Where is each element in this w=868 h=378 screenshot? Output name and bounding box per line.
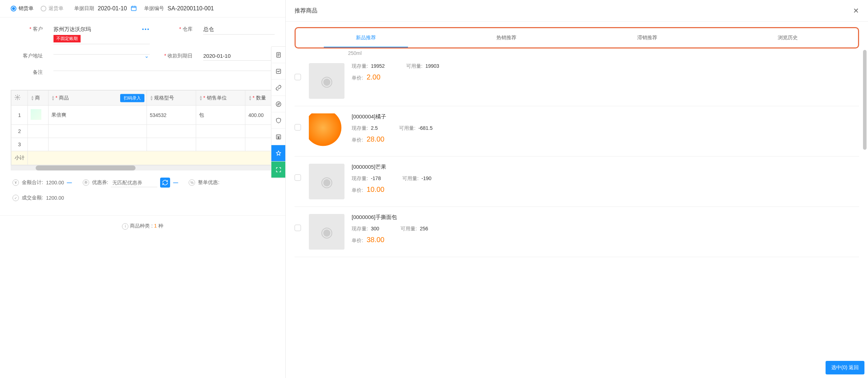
avail-value: -681.5 xyxy=(418,125,433,131)
chevron-down-icon[interactable]: ⌄ xyxy=(144,53,150,59)
avail-label: 可用量: xyxy=(399,125,415,131)
vertical-scrollbar[interactable] xyxy=(863,50,867,150)
tab-history[interactable]: 浏览历史 xyxy=(718,31,858,45)
row-spec[interactable]: 534532 xyxy=(147,106,196,125)
items-table: ▲▼商 ▲▼*商品扫码录入 ▲▼规格型号 ▲▼*销售单位 ▲▼*数量 1 果倍爽… xyxy=(11,90,275,165)
table-row[interactable]: 2 xyxy=(11,125,274,138)
row-idx: 1 xyxy=(11,106,28,125)
doc-date-label: 单据日期 xyxy=(74,5,94,12)
coupon-label: 优惠券: xyxy=(92,179,108,186)
select-return-button[interactable]: 选中(0) 返回 xyxy=(826,361,864,374)
warehouse-field[interactable]: 总仓 xyxy=(203,25,275,35)
due-field[interactable]: 2020-01-10 xyxy=(203,51,275,61)
svg-rect-0 xyxy=(131,6,136,10)
radio-return[interactable]: 退货单 xyxy=(41,5,63,12)
side-chart-icon[interactable] xyxy=(271,63,286,80)
stock-label: 现存量: xyxy=(352,125,368,131)
truncated-name: 250ml xyxy=(295,48,859,56)
row-spec[interactable] xyxy=(147,125,196,138)
calendar-icon[interactable] xyxy=(131,5,137,12)
radio-return-label: 退货单 xyxy=(48,5,63,12)
side-star-icon[interactable] xyxy=(271,145,286,162)
doc-date-value[interactable]: 2020-01-10 xyxy=(98,5,127,12)
col-spec[interactable]: ▲▼规格型号 xyxy=(147,91,196,106)
product-checkbox[interactable] xyxy=(295,174,301,181)
row-unit[interactable] xyxy=(196,125,245,138)
warehouse-label: 仓库 xyxy=(183,26,193,32)
coupon-input[interactable] xyxy=(111,178,157,187)
product-checkbox[interactable] xyxy=(295,225,301,231)
stock-value: 19952 xyxy=(371,63,385,69)
close-icon[interactable]: ✕ xyxy=(853,6,859,15)
price-label: 单价: xyxy=(352,237,363,243)
product-image xyxy=(309,113,344,149)
row-name[interactable] xyxy=(48,125,147,138)
row-spec[interactable] xyxy=(147,138,196,151)
customer-field[interactable]: 苏州万达沃尔玛 ••• 不固定账期 xyxy=(53,25,150,44)
price-label: 单价: xyxy=(352,137,363,143)
avail-value: 256 xyxy=(420,226,428,231)
stock-label: 现存量: xyxy=(352,63,368,69)
side-expand-icon[interactable] xyxy=(271,162,286,178)
warehouse-value: 总仓 xyxy=(203,26,214,32)
price-value: 38.00 xyxy=(367,236,384,244)
row-unit[interactable]: 包 xyxy=(196,106,245,125)
col-unit[interactable]: ▲▼*销售单位 xyxy=(196,91,245,106)
col-qty[interactable]: ▲▼*数量 xyxy=(245,91,274,106)
price-value: 28.00 xyxy=(367,135,384,143)
side-shield-icon[interactable] xyxy=(271,112,286,129)
stock-label: 现存量: xyxy=(352,175,368,181)
remark-label: 备注 xyxy=(33,69,43,75)
row-thumb xyxy=(28,106,48,125)
side-doc-icon[interactable] xyxy=(271,47,286,63)
product-item: ◉ [0000005]芒果 现存量:-178 可用量:-190 单价:10.00 xyxy=(295,157,859,207)
row-qty[interactable] xyxy=(245,125,274,138)
due-label: 收款到期日 xyxy=(168,53,193,58)
row-name[interactable] xyxy=(48,138,147,151)
doc-no-label: 单据编号 xyxy=(144,5,164,12)
deal-value: 1200.00 xyxy=(46,195,64,201)
scan-button[interactable]: 扫码录入 xyxy=(120,94,144,102)
price-value: 2.00 xyxy=(367,73,381,81)
addr-field[interactable]: ⌄ xyxy=(53,51,150,55)
more-icon[interactable]: ••• xyxy=(142,26,150,32)
discount-icon: % xyxy=(189,179,195,186)
info-icon: i xyxy=(122,223,128,230)
gear-header[interactable] xyxy=(11,91,28,106)
dash-icon: — xyxy=(173,180,178,185)
remark-field[interactable] xyxy=(53,68,275,71)
price-label: 单价: xyxy=(352,75,363,81)
panel-title: 推荐商品 xyxy=(295,7,317,15)
row-unit[interactable] xyxy=(196,138,245,151)
row-qty[interactable] xyxy=(245,138,274,151)
tab-hot[interactable]: 热销推荐 xyxy=(436,31,577,45)
horizontal-scrollbar[interactable] xyxy=(11,165,275,170)
tab-new[interactable]: 新品推荐 xyxy=(296,31,436,45)
radio-sale[interactable]: 销货单 xyxy=(11,5,34,12)
deal-icon: ✓ xyxy=(12,195,19,201)
row-thumb xyxy=(28,125,48,138)
col-thumb[interactable]: ▲▼商 xyxy=(28,91,48,106)
tab-slow[interactable]: 滞销推荐 xyxy=(577,31,718,45)
amount-label: 金额合计: xyxy=(22,179,43,186)
whole-label: 整单优惠: xyxy=(198,179,219,186)
table-row[interactable]: 1 果倍爽 534532 包 400.00 xyxy=(11,106,274,125)
product-name: [0000006]手撕面包 xyxy=(352,214,859,221)
svg-point-1 xyxy=(17,97,19,98)
price-value: 10.00 xyxy=(367,185,384,193)
side-link-icon[interactable] xyxy=(271,80,286,96)
deal-label: 成交金额: xyxy=(22,195,43,201)
row-qty[interactable]: 400.00 xyxy=(245,106,274,125)
product-item: ◉ 现存量:19952 可用量:19903 单价:2.00 xyxy=(295,56,859,106)
refresh-button[interactable] xyxy=(160,178,170,188)
col-product[interactable]: ▲▼*商品扫码录入 xyxy=(48,91,147,106)
amount-value: 1200.00 xyxy=(46,180,64,185)
table-row[interactable]: 3 xyxy=(11,138,274,151)
product-checkbox[interactable] xyxy=(295,124,301,131)
product-checkbox[interactable] xyxy=(295,74,301,80)
stock-value: 300 xyxy=(371,226,379,231)
side-swap-icon[interactable] xyxy=(271,96,286,112)
row-name[interactable]: 果倍爽 xyxy=(48,106,147,125)
radio-sale-label: 销货单 xyxy=(19,5,34,12)
side-yen-icon[interactable] xyxy=(271,129,286,145)
